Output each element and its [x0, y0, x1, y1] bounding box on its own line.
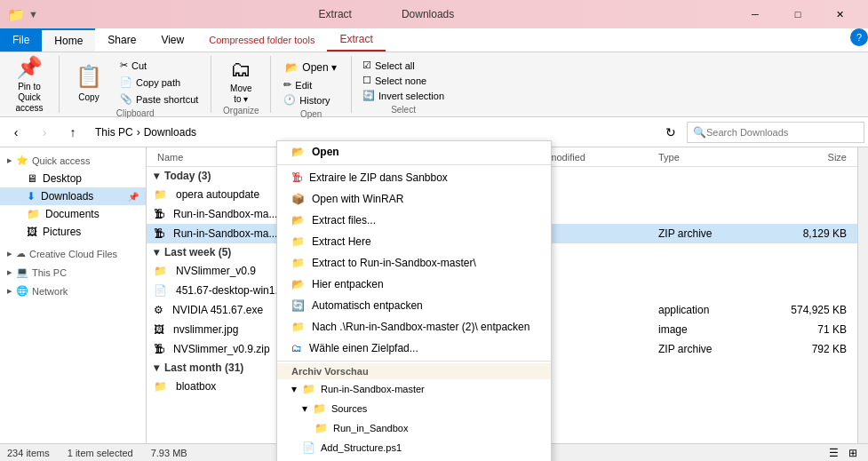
breadcrumb-sep: ›: [137, 126, 140, 139]
sidebar-quick-access[interactable]: ▸ ⭐ Quick access: [0, 151, 146, 170]
extract-zip-icon: 🗜: [291, 171, 302, 184]
details-view-button[interactable]: ☰: [825, 445, 841, 461]
refresh-button[interactable]: ↻: [658, 120, 683, 145]
context-menu: 📂 Open 🗜 Extraire le ZIP dans Sanbbox 📦 …: [276, 140, 552, 461]
select-none-button[interactable]: ☐ Select none: [359, 73, 430, 88]
invert-selection-button[interactable]: 🔄 Invert selection: [359, 88, 448, 103]
help-button[interactable]: ?: [850, 28, 868, 46]
sidebar-item-desktop[interactable]: 🖥 Desktop: [0, 170, 146, 187]
breadcrumb[interactable]: This PC › Downloads: [89, 122, 651, 143]
minimize-button[interactable]: ─: [735, 0, 776, 28]
ribbon-content: 📌 Pin to Quickaccess 📋 Copy ✂ Cut: [0, 52, 868, 116]
downloads-pin-icon: 📌: [128, 192, 139, 202]
extract-files-label: Extract files...: [312, 214, 376, 227]
history-button[interactable]: 🕐 History: [278, 92, 335, 107]
context-automatisch[interactable]: 🔄 Automatisch entpacken: [277, 295, 551, 316]
nach-icon: 📁: [291, 321, 305, 333]
copy-icon: 📋: [75, 62, 103, 91]
context-extract-to[interactable]: 📁 Extract to Run-in-Sandbox-master\: [277, 252, 551, 274]
up-button[interactable]: ↑: [60, 120, 85, 145]
search-box[interactable]: 🔍: [687, 122, 864, 143]
tab-view[interactable]: View: [148, 28, 196, 52]
tab-home[interactable]: Home: [42, 28, 95, 52]
paste-shortcut-icon: 📎: [120, 93, 132, 105]
folder-icon: 📁: [154, 188, 167, 201]
context-extract-here[interactable]: 📁 Extract Here: [277, 231, 551, 252]
context-hier-entpacken[interactable]: 📂 Hier entpacken: [277, 274, 551, 295]
copy-button[interactable]: 📋 Copy: [67, 60, 111, 106]
move-label: Moveto ▾: [230, 83, 251, 105]
move-to-button[interactable]: 🗂 Moveto ▾: [219, 58, 263, 104]
context-open[interactable]: 📂 Open: [277, 141, 551, 163]
file-icon: 📄: [154, 284, 167, 297]
tree-folder-icon: 📁: [302, 383, 315, 395]
open-dropdown-label: Open ▾: [302, 61, 337, 74]
tree-run-label: Run_in_Sandbox: [333, 423, 408, 433]
sidebar-item-downloads[interactable]: ⬇ Downloads 📌: [0, 187, 146, 205]
forward-button[interactable]: ›: [32, 120, 57, 145]
network-icon: 🌐: [16, 285, 28, 297]
col-header-type[interactable]: Type: [655, 152, 761, 163]
tab-file[interactable]: File: [0, 28, 42, 52]
paste-shortcut-button[interactable]: 📎 Paste shortcut: [115, 91, 203, 107]
hier-label: Hier entpacken: [312, 278, 384, 290]
sidebar-item-documents[interactable]: 📁 Documents: [0, 205, 146, 223]
ribbon-group-open: 📂 Open ▾ ✏ Edit 🕐 History Open: [271, 56, 352, 113]
col-header-size[interactable]: Size: [761, 152, 850, 163]
tab-downloads[interactable]: Downloads: [394, 6, 461, 22]
context-open-winrar[interactable]: 📦 Open with WinRAR: [277, 188, 551, 210]
separator-2: [277, 361, 551, 362]
title-bar-controls: ─ □ ✕: [735, 0, 861, 28]
paste-shortcut-label: Paste shortcut: [136, 94, 198, 105]
pictures-icon: 🖼: [27, 226, 37, 238]
title-bar: 📁 ▼ Extract Downloads ─ □ ✕: [0, 0, 868, 28]
tree-run-icon: 📁: [315, 422, 328, 434]
file-size: 8,129 KB: [761, 227, 850, 240]
tree-expand-icon: ▾: [291, 383, 297, 395]
title-bar-left: 📁 ▼: [7, 6, 38, 23]
organize-content: 🗂 Moveto ▾: [219, 58, 263, 104]
copy-path-button[interactable]: 📄 Copy path: [115, 75, 203, 90]
search-input[interactable]: [706, 127, 858, 138]
select-none-label: Select none: [375, 76, 426, 86]
tree-ps1-icon: 📄: [302, 441, 315, 454]
tree-expand-icon2: ▾: [302, 402, 307, 415]
open-dropdown-button[interactable]: 📂 Open ▾: [278, 58, 344, 77]
select-all-button[interactable]: ☑ Select all: [359, 58, 418, 73]
edit-button[interactable]: ✏ Edit: [278, 77, 317, 92]
sidebar-network[interactable]: ▸ 🌐 Network: [0, 282, 146, 300]
large-icon-view-button[interactable]: ⊞: [845, 445, 861, 461]
sidebar-this-pc[interactable]: ▸ 💻 This PC: [0, 263, 146, 282]
maximize-button[interactable]: □: [777, 0, 818, 28]
tab-share[interactable]: Share: [95, 28, 148, 52]
tab-extract[interactable]: Extract: [312, 6, 359, 22]
file-type: image: [655, 323, 761, 336]
context-extract-files[interactable]: 📂 Extract files...: [277, 210, 551, 231]
status-right: ☰ ⊞: [825, 445, 861, 461]
pin-label: Pin to Quickaccess: [7, 82, 52, 114]
cut-button[interactable]: ✂ Cut: [115, 58, 203, 73]
pictures-label: Pictures: [43, 226, 81, 238]
select-all-label: Select all: [375, 60, 415, 71]
quick-access-star-icon: ⭐: [16, 155, 28, 166]
thispc-expand-icon: ▸: [7, 266, 12, 278]
sidebar-creative-cloud[interactable]: ▸ ☁ Creative Cloud Files: [0, 244, 146, 263]
thispc-label: This PC: [32, 267, 67, 278]
scrollbar[interactable]: [857, 147, 868, 461]
context-waehle[interactable]: 🗂 Wähle einen Zielpfad...: [277, 338, 551, 359]
thispc-icon: 💻: [16, 266, 28, 278]
clipboard-content: 📋 Copy ✂ Cut 📄 Copy path 📎 Paste shortcu…: [67, 58, 203, 107]
back-button[interactable]: ‹: [4, 120, 28, 145]
tab-extract[interactable]: Extract: [327, 28, 385, 52]
context-extract-zip[interactable]: 🗜 Extraire le ZIP dans Sanbbox: [277, 167, 551, 188]
pin-to-quick-access-button[interactable]: 📌 Pin to Quickaccess: [7, 61, 52, 107]
context-nach-entpacken[interactable]: 📁 Nach .\Run-in-Sandbox-master (2)\ entp…: [277, 316, 551, 338]
tab-compressed[interactable]: Compressed folder tools: [196, 28, 327, 52]
file-size: 574,925 KB: [761, 304, 850, 316]
tree-add-structure: 📄 Add_Structure.ps1: [277, 438, 551, 457]
select-label: Select: [391, 103, 416, 115]
documents-icon: 📁: [27, 208, 40, 220]
close-button[interactable]: ✕: [820, 0, 861, 28]
app-icon: 📁: [7, 6, 25, 23]
sidebar-item-pictures[interactable]: 🖼 Pictures: [0, 223, 146, 241]
